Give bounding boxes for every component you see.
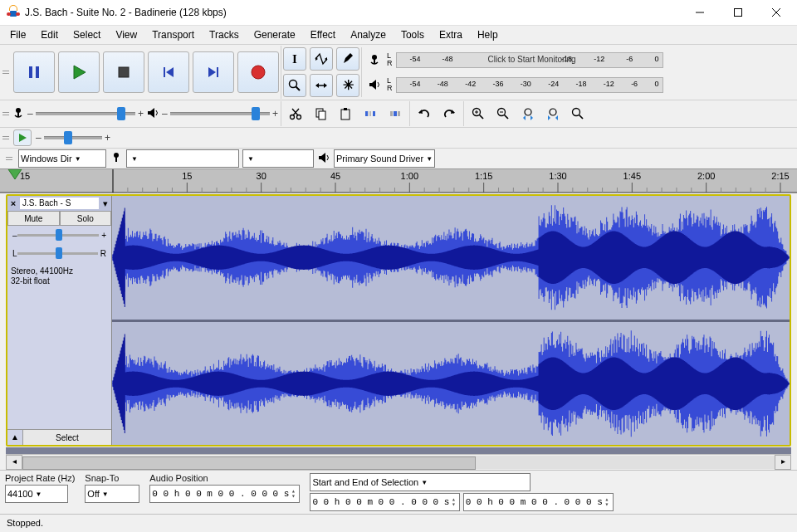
svg-marker-55 <box>523 115 526 120</box>
minimize-button[interactable] <box>681 0 719 25</box>
menu-analyze[interactable]: Analyze <box>344 27 393 42</box>
project-rate-select[interactable]: 44100▼ <box>5 485 68 503</box>
svg-line-21 <box>296 87 301 91</box>
maximize-button[interactable] <box>719 0 757 25</box>
svg-point-15 <box>252 66 265 79</box>
close-button[interactable] <box>757 0 795 25</box>
window-title: J.S. Bach - Suite No. 2 - Badinerie (128… <box>25 7 681 18</box>
mixer-toolbar <box>0 100 797 127</box>
selection-mode-select[interactable]: Start and End of Selection▼ <box>310 473 531 491</box>
fit-project-button[interactable] <box>542 103 564 124</box>
svg-line-33 <box>292 109 298 115</box>
grip-handle[interactable] <box>6 151 12 166</box>
play-meter-icon[interactable] <box>364 74 385 95</box>
svg-marker-45 <box>418 110 423 114</box>
play-button[interactable] <box>58 51 100 93</box>
playback-meter[interactable]: -54-48-42-36-30-24-18-12-60 <box>396 77 663 93</box>
track-select-button[interactable]: Select <box>22 430 111 445</box>
scrollbar-thumb[interactable] <box>22 456 476 470</box>
waveform-left[interactable]: 1.00.50.0-0.5-1.0 <box>112 196 790 322</box>
svg-point-30 <box>291 115 295 120</box>
skip-start-button[interactable] <box>148 51 189 93</box>
menu-extra[interactable]: Extra <box>433 27 469 42</box>
track-name[interactable]: J.S. Bach - S <box>20 198 99 209</box>
audio-position-field[interactable]: 0 0 h 0 0 m 0 0 . 0 0 0 s▴▾ <box>149 485 300 503</box>
play-head[interactable] <box>8 169 22 183</box>
menu-select[interactable]: Select <box>66 27 107 42</box>
playback-device-select[interactable]: Primary Sound Driver▼ <box>334 149 435 168</box>
selection-end-field[interactable]: 0 0 h 0 0 m 0 0 . 0 0 0 s▴▾ <box>463 493 614 511</box>
menu-generate[interactable]: Generate <box>247 27 302 42</box>
svg-rect-8 <box>36 66 39 78</box>
svg-marker-62 <box>19 134 27 142</box>
play-at-speed-button[interactable] <box>13 129 32 146</box>
fit-selection-button[interactable] <box>517 103 539 124</box>
horizontal-scrollbar[interactable]: ◂ ▸ <box>6 454 791 470</box>
envelope-tool[interactable] <box>310 47 333 71</box>
pause-button[interactable] <box>13 51 55 93</box>
svg-marker-56 <box>531 115 533 120</box>
mute-button[interactable]: Mute <box>7 211 60 226</box>
menu-file[interactable]: File <box>3 27 32 42</box>
collapse-button[interactable]: ▲ <box>7 430 22 445</box>
recording-volume-slider[interactable] <box>27 104 144 124</box>
svg-rect-38 <box>365 111 368 116</box>
recording-meter[interactable]: -54-48-18-12-60 Click to Start Monitorin… <box>396 52 663 68</box>
zoom-tool[interactable] <box>283 74 306 97</box>
solo-button[interactable]: Solo <box>60 211 112 226</box>
recording-device-select[interactable]: ▼ <box>126 149 239 168</box>
selection-toolbar: Project Rate (Hz) 44100▼ Snap-To Off▼ Au… <box>0 470 797 514</box>
grip-handle[interactable] <box>2 103 9 124</box>
playback-volume-slider[interactable] <box>162 104 278 124</box>
timeshift-tool[interactable] <box>310 74 333 97</box>
zoom-in-button[interactable] <box>467 103 489 124</box>
playback-speed-slider[interactable] <box>36 128 110 148</box>
undo-button[interactable] <box>413 103 435 124</box>
track-menu-button[interactable]: ▾ <box>100 198 111 209</box>
play-speed-toolbar <box>0 127 797 148</box>
pan-slider[interactable]: LR <box>7 244 111 262</box>
record-button[interactable] <box>237 51 279 93</box>
zoom-out-button[interactable] <box>492 103 514 124</box>
svg-marker-14 <box>208 67 216 77</box>
recording-channels-select[interactable]: ▼ <box>242 149 314 168</box>
svg-rect-37 <box>344 108 347 110</box>
audio-host-select[interactable]: Windows Dir▼ <box>18 149 106 168</box>
grip-handle[interactable] <box>2 130 9 145</box>
snap-to-select[interactable]: Off▼ <box>85 485 139 503</box>
redo-button[interactable] <box>438 103 460 124</box>
multi-tool[interactable]: ✳ <box>336 74 359 97</box>
gain-slider[interactable]: –+ <box>7 226 111 244</box>
cut-button[interactable] <box>285 103 306 124</box>
rec-meter-icon[interactable] <box>364 49 385 71</box>
paste-button[interactable] <box>335 103 356 124</box>
menu-help[interactable]: Help <box>471 27 505 42</box>
track-area: × J.S. Bach - S ▾ Mute Solo –+ LR Stereo… <box>6 194 791 447</box>
track-close-button[interactable]: × <box>7 198 19 208</box>
menu-view[interactable]: View <box>109 27 144 42</box>
copy-button[interactable] <box>310 103 331 124</box>
menu-bar: File Edit Select View Transport Tracks G… <box>0 26 797 44</box>
silence-button[interactable] <box>384 103 406 124</box>
menu-effect[interactable]: Effect <box>304 27 342 42</box>
status-text: Stopped. <box>7 518 43 528</box>
stop-button[interactable] <box>103 51 144 93</box>
scroll-left-button[interactable]: ◂ <box>6 455 22 470</box>
title-bar: J.S. Bach - Suite No. 2 - Badinerie (128… <box>0 0 797 26</box>
selection-tool[interactable]: I <box>283 47 306 71</box>
app-icon <box>7 6 20 19</box>
skip-end-button[interactable] <box>193 51 234 93</box>
menu-tracks[interactable]: Tracks <box>203 27 246 42</box>
menu-edit[interactable]: Edit <box>34 27 65 42</box>
timeline-ruler[interactable]: 151530451:001:151:301:452:002:15 <box>0 168 797 193</box>
menu-transport[interactable]: Transport <box>145 27 201 42</box>
waveform-right[interactable]: 1.00.50.0-0.5-1.0 <box>112 322 790 446</box>
draw-tool[interactable] <box>336 47 359 71</box>
audio-position-label: Audio Position <box>149 473 300 483</box>
selection-start-field[interactable]: 0 0 h 0 0 m 0 0 . 0 0 0 s▴▾ <box>310 493 460 511</box>
trim-button[interactable] <box>359 103 381 124</box>
menu-tools[interactable]: Tools <box>394 27 431 42</box>
zoom-toggle-button[interactable] <box>567 103 589 124</box>
grip-handle[interactable] <box>2 61 9 83</box>
scroll-right-button[interactable]: ▸ <box>775 455 791 470</box>
